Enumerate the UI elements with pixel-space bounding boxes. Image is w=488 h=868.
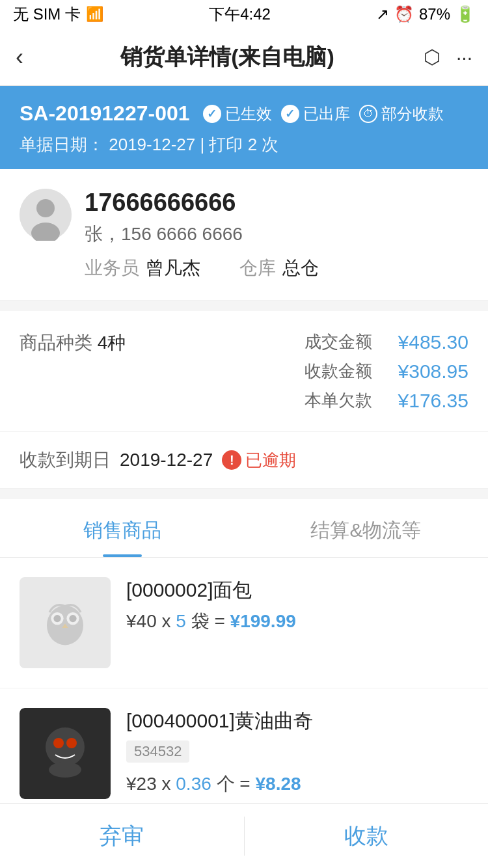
back-button[interactable]: ‹ [16, 46, 31, 69]
total-2: ¥8.28 [255, 774, 301, 794]
section-gap [0, 489, 488, 499]
print-unit: 次 [262, 135, 278, 154]
cancel-button[interactable]: 弃审 [0, 804, 244, 868]
product-sku-2: 534532 [126, 740, 189, 763]
list-item: [000400001]黄油曲奇 534532 ¥23 x 0.36 个 = ¥8… [0, 688, 488, 819]
tabs-row: 销售商品 结算&物流等 [0, 499, 488, 557]
battery-icon: 🔋 [455, 5, 475, 23]
category-label: 商品种类 [20, 332, 92, 353]
received-label: 收款金额 [305, 360, 372, 383]
customer-avatar [20, 189, 72, 241]
status-shipped-label: 已出库 [303, 103, 350, 124]
svg-point-6 [53, 615, 61, 622]
check-icon-shipped: ✓ [281, 105, 299, 123]
customer-section: 17666666666 张，156 6666 6666 业务员 曾凡杰 仓库 总… [0, 169, 488, 301]
status-bar: 无 SIM 卡 📶 下午4:42 ↗ ⏰ 87% 🔋 [0, 0, 488, 29]
unit-1: 袋 [191, 611, 210, 631]
tabs-section: 销售商品 结算&物流等 [0, 499, 488, 558]
status-tags: ✓ 已生效 ✓ 已出库 ⏱ 部分收款 [203, 103, 444, 124]
owed-value: ¥176.35 [398, 390, 468, 412]
banner-date: 单据日期： 2019-12-27 | 打印 2 次 [20, 133, 468, 156]
equals-1: = [214, 611, 230, 631]
customer-phone: 17666666666 [85, 189, 468, 217]
qty-1: 5 [176, 611, 186, 631]
product-info-2: [000400001]黄油曲奇 534532 ¥23 x 0.36 个 = ¥8… [126, 708, 468, 796]
list-item: 鱼+ [0000002]面包 ¥40 x 5 袋 = ¥199.99 [0, 558, 488, 688]
svg-text:鱼+: 鱼+ [59, 637, 71, 645]
share-icon[interactable]: ⬡ [424, 46, 441, 68]
product-image-2 [20, 708, 111, 799]
due-section: 收款到期日 2019-12-27 ! 已逾期 [0, 432, 488, 489]
carrier-text: 无 SIM 卡 [13, 4, 81, 25]
confirm-button[interactable]: 收款 [245, 804, 489, 868]
unit-price-1: ¥40 [126, 611, 157, 631]
product-name-1: [0000002]面包 [126, 577, 468, 604]
clock-icon: ⏱ [359, 105, 377, 123]
order-date: 2019-12-27 [109, 135, 195, 154]
svg-point-12 [49, 762, 81, 778]
date-label: 单据日期： [20, 135, 104, 154]
more-icon[interactable]: ··· [456, 46, 472, 68]
page-title: 销货单详情(来自电脑) [31, 42, 424, 72]
product-price-1: ¥40 x 5 袋 = ¥199.99 [126, 609, 468, 634]
summary-section: 商品种类 4种 成交金额 ¥485.30 收款金额 ¥308.95 本单欠款 ¥… [0, 311, 488, 432]
deal-amount-label: 成交金额 [305, 331, 372, 353]
status-effective-label: 已生效 [225, 103, 272, 124]
svg-point-13 [53, 738, 64, 748]
print-label: 打印 [209, 135, 243, 154]
product-image-1: 鱼+ [20, 577, 111, 668]
tab-sales[interactable]: 销售商品 [0, 499, 244, 557]
warehouse-label: 仓库 [239, 256, 276, 280]
received-value: ¥308.95 [398, 360, 468, 383]
summary-right: 成交金额 ¥485.30 收款金额 ¥308.95 本单欠款 ¥176.35 [305, 331, 468, 412]
wifi-icon: 📶 [86, 6, 103, 23]
location-icon: ↗ [376, 5, 389, 23]
status-time: 下午4:42 [209, 4, 271, 25]
battery-text: 87% [419, 5, 450, 23]
nav-bar: ‹ 销货单详情(来自电脑) ⬡ ··· [0, 29, 488, 86]
due-date: 2019-12-27 [120, 450, 213, 470]
status-left: 无 SIM 卡 📶 [13, 4, 103, 25]
alarm-icon: ⏰ [394, 5, 414, 23]
warehouse-value: 总仓 [282, 256, 319, 280]
tab-settlement[interactable]: 结算&物流等 [244, 499, 488, 557]
due-label: 收款到期日 [20, 448, 111, 472]
overdue-badge: ! 已逾期 [222, 449, 296, 472]
status-right: ↗ ⏰ 87% 🔋 [376, 5, 475, 23]
salesperson-value: 曾凡杰 [146, 256, 200, 280]
unit-price-2: ¥23 [126, 774, 157, 794]
status-partial: ⏱ 部分收款 [359, 103, 444, 124]
status-partial-label: 部分收款 [381, 103, 444, 124]
product-owl-image: 鱼+ [20, 577, 111, 668]
category-count: 4种 [98, 332, 126, 353]
bottom-bar: 弃审 收款 [0, 803, 488, 868]
customer-info: 17666666666 张，156 6666 6666 业务员 曾凡杰 仓库 总… [85, 189, 468, 280]
order-number: SA-20191227-001 [20, 102, 190, 126]
multiply-1: x [162, 611, 176, 631]
product-image-svg [26, 714, 104, 793]
print-count: 2 [248, 135, 257, 154]
received-amount-row: 收款金额 ¥308.95 [305, 360, 468, 383]
separator: | [200, 135, 209, 154]
product-info-1: [0000002]面包 ¥40 x 5 袋 = ¥199.99 [126, 577, 468, 634]
overdue-text: 已逾期 [245, 449, 296, 472]
svg-point-11 [46, 727, 85, 766]
deal-amount-row: 成交金额 ¥485.30 [305, 331, 468, 353]
unit-2: 个 [217, 774, 235, 794]
owl-icon: 鱼+ [39, 597, 91, 649]
salesperson-label: 业务员 [85, 256, 139, 280]
product-price-2: ¥23 x 0.36 个 = ¥8.28 [126, 772, 468, 796]
salesperson-item: 业务员 曾凡杰 [85, 256, 200, 280]
products-section: 鱼+ [0000002]面包 ¥40 x 5 袋 = ¥199.99 [0, 558, 488, 819]
nav-actions: ⬡ ··· [424, 46, 472, 68]
customer-name: 张，156 6666 6666 [85, 222, 468, 247]
customer-meta: 业务员 曾凡杰 仓库 总仓 [85, 256, 468, 280]
deal-amount-value: ¥485.30 [398, 331, 468, 353]
banner-top: SA-20191227-001 ✓ 已生效 ✓ 已出库 ⏱ 部分收款 [20, 102, 468, 126]
product-name-2: [000400001]黄油曲奇 [126, 708, 468, 735]
divider-1 [0, 301, 488, 311]
owed-label: 本单欠款 [305, 389, 372, 412]
overdue-icon: ! [222, 450, 241, 470]
svg-point-7 [69, 615, 76, 622]
warehouse-item: 仓库 总仓 [239, 256, 319, 280]
